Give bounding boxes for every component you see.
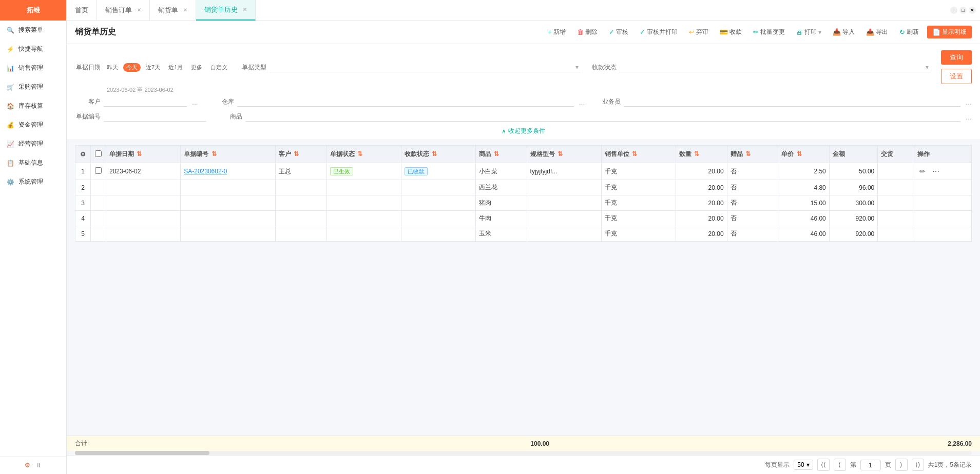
col-settings[interactable]: ⚙: [75, 146, 91, 163]
order-no-input[interactable]: [104, 112, 206, 122]
sidebar-bottom-btn1[interactable]: ⚙: [25, 462, 30, 469]
row-order-no[interactable]: [181, 211, 276, 226]
col-order-status[interactable]: 单据状态 ⇅: [326, 146, 401, 163]
date-btn-more[interactable]: 更多: [188, 63, 205, 72]
col-customer[interactable]: 客户 ⇅: [275, 146, 326, 163]
delete-button[interactable]: 🗑 删除: [574, 26, 601, 38]
add-button[interactable]: + 新增: [545, 26, 569, 38]
tab-sales-history[interactable]: 销货单历史 ✕: [196, 0, 256, 21]
basic-info-icon: 📋: [6, 159, 14, 167]
sidebar-item-finance[interactable]: 💰 资金管理: [0, 115, 66, 134]
row-order-no[interactable]: SA-20230602-0: [181, 163, 276, 180]
tab-home[interactable]: 首页: [67, 0, 97, 21]
prev-page-button[interactable]: ⟨: [834, 459, 846, 471]
order-no-link[interactable]: SA-20230602-0: [184, 168, 227, 175]
row-amount: 50.00: [829, 163, 878, 180]
print-button[interactable]: 🖨 打印 ▾: [793, 26, 824, 38]
tab-sales-order-close[interactable]: ✕: [137, 7, 141, 13]
next-page-button[interactable]: ⟩: [895, 459, 908, 471]
col-pay-status[interactable]: 收款状态 ⇅: [401, 146, 475, 163]
row-goods: 小白菜: [475, 163, 527, 180]
col-gift[interactable]: 赠品 ⇅: [727, 146, 778, 163]
staff-input[interactable]: [624, 97, 960, 107]
col-goods[interactable]: 商品 ⇅: [475, 146, 527, 163]
export-icon: 📤: [866, 28, 874, 36]
sidebar-item-purchase-mgmt[interactable]: 🛒 采购管理: [0, 77, 66, 96]
first-page-button[interactable]: ⟨⟨: [817, 459, 830, 471]
audit-print-button[interactable]: ✓ 审核并打印: [637, 26, 681, 38]
sidebar-item-operations[interactable]: 📈 经营管理: [0, 134, 66, 153]
sidebar-item-basic-info[interactable]: 📋 基础信息: [0, 153, 66, 172]
per-page-select[interactable]: 50 ▾: [794, 460, 813, 470]
row-no: 3: [75, 195, 91, 211]
customer-input[interactable]: [104, 97, 187, 107]
row-order-no[interactable]: [181, 180, 276, 195]
row-checkbox[interactable]: [91, 211, 106, 226]
row-order-no[interactable]: [181, 195, 276, 211]
last-page-button[interactable]: ⟩⟩: [912, 459, 924, 471]
more-action-icon[interactable]: ⋯: [931, 166, 941, 176]
minimize-button[interactable]: －: [950, 7, 957, 14]
audit-button[interactable]: ✓ 审核: [606, 26, 631, 38]
close-button[interactable]: ✕: [969, 7, 976, 14]
export-button[interactable]: 📤 导出: [863, 26, 891, 38]
import-button[interactable]: 📥 导入: [830, 26, 858, 38]
col-order-no[interactable]: 单据编号 ⇅: [181, 146, 276, 163]
filter-order-no: 单据编号: [75, 112, 206, 122]
scrollbar-thumb[interactable]: [75, 451, 209, 455]
refresh-button[interactable]: ↻ 刷新: [896, 26, 922, 38]
date-btn-1month[interactable]: 近1月: [165, 63, 186, 72]
warehouse-input[interactable]: [237, 97, 574, 107]
goods-dots[interactable]: ...: [966, 113, 972, 121]
page-input[interactable]: [860, 460, 881, 470]
col-qty[interactable]: 数量 ⇅: [676, 146, 727, 163]
pay-status-select[interactable]: ▾: [620, 63, 931, 72]
tab-sales-goods[interactable]: 销货单 ✕: [150, 0, 196, 21]
date-btn-today[interactable]: 今天: [123, 63, 141, 72]
batch-change-button[interactable]: ✏ 批量变更: [750, 26, 788, 38]
type-select[interactable]: ▾: [270, 63, 581, 72]
collapse-button[interactable]: ∧ 收起更多条件: [75, 127, 972, 135]
setting-button[interactable]: 设置: [941, 69, 972, 84]
row-checkbox[interactable]: [91, 195, 106, 211]
search-button[interactable]: 查询: [941, 50, 972, 65]
row-amount: 920.00: [829, 211, 878, 226]
staff-dots[interactable]: ...: [966, 98, 972, 106]
filter-type: 单据类型 ▾: [241, 63, 581, 72]
show-detail-button[interactable]: 📄 显示明细: [927, 26, 972, 38]
warehouse-dots[interactable]: ...: [579, 98, 585, 106]
sidebar-item-quick-nav[interactable]: ⚡ 快捷导航: [0, 40, 66, 58]
maximize-button[interactable]: □: [959, 7, 967, 14]
row-checkbox[interactable]: [91, 180, 106, 195]
customer-dots[interactable]: ...: [192, 98, 198, 106]
edit-action-icon[interactable]: ✏: [917, 166, 928, 176]
sidebar-item-inventory[interactable]: 🏠 库存核算: [0, 96, 66, 115]
select-all-checkbox[interactable]: [95, 150, 102, 157]
col-checkbox[interactable]: [91, 146, 106, 163]
sales-mgmt-icon: 📊: [6, 64, 14, 72]
sidebar-item-search-menu[interactable]: 🔍 搜索菜单: [0, 21, 66, 40]
row-checkbox[interactable]: [91, 226, 106, 242]
date-btn-yesterday[interactable]: 昨天: [104, 63, 121, 72]
tab-sales-history-close[interactable]: ✕: [243, 7, 247, 12]
row-price: 4.80: [778, 180, 830, 195]
col-spec[interactable]: 规格型号 ⇅: [527, 146, 601, 163]
audit-print-label: 审核并打印: [647, 28, 678, 36]
sidebar-item-sales-mgmt[interactable]: 📊 销售管理: [0, 58, 66, 77]
row-order-no[interactable]: [181, 226, 276, 242]
sidebar-item-system[interactable]: ⚙️ 系统管理: [0, 172, 66, 191]
sidebar-bottom-btn2[interactable]: ⏸: [35, 462, 42, 469]
collect-button[interactable]: 💳 收款: [717, 26, 745, 38]
col-unit[interactable]: 销售单位 ⇅: [601, 146, 676, 163]
row-select-checkbox[interactable]: [95, 167, 102, 174]
row-checkbox[interactable]: [91, 163, 106, 180]
date-btn-7days[interactable]: 近7天: [143, 63, 163, 72]
abandon-button[interactable]: ↩ 弃审: [686, 26, 712, 38]
scrollbar-track[interactable]: [75, 451, 972, 455]
date-btn-custom[interactable]: 自定义: [207, 63, 230, 72]
goods-input[interactable]: [245, 112, 960, 122]
col-order-date[interactable]: 单据日期 ⇅: [106, 146, 181, 163]
col-price[interactable]: 单价 ⇅: [778, 146, 830, 163]
tab-sales-order[interactable]: 销售订单 ✕: [97, 0, 150, 21]
tab-sales-goods-close[interactable]: ✕: [183, 7, 187, 13]
